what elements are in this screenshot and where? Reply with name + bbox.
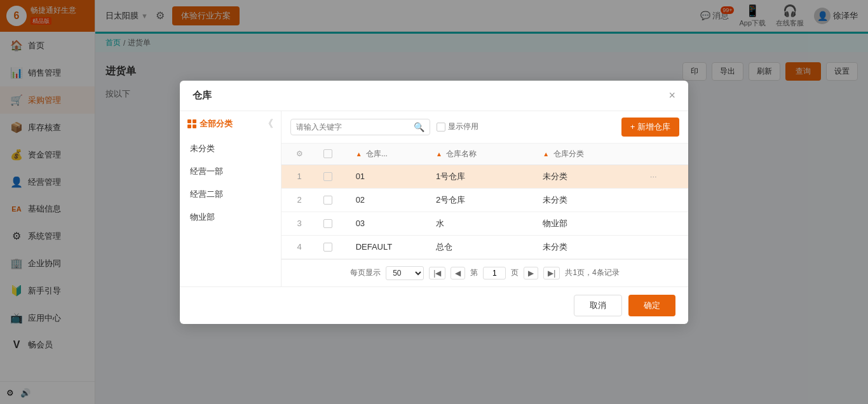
warehouse-dialog: 仓库 × 全部分类 《 未分类 [180, 81, 688, 324]
sort-icon-name: ▲ [436, 151, 442, 158]
row-category: 物业部 [536, 212, 643, 235]
row-code: 03 [349, 212, 430, 235]
row-code: 01 [349, 165, 430, 188]
first-page-btn[interactable]: |◀ [429, 267, 445, 279]
row-select-checkbox[interactable] [323, 196, 332, 205]
row-num: 1 [281, 165, 317, 188]
add-warehouse-btn[interactable]: + 新增仓库 [621, 118, 679, 137]
col-header-settings: ⚙ [281, 144, 317, 165]
page-size-select[interactable]: 50 [386, 266, 424, 280]
row-select-checkbox[interactable] [323, 172, 332, 181]
category-item-property[interactable]: 物业部 [180, 206, 281, 229]
category-panel: 全部分类 《 未分类 经营一部 经营二部 物业部 [180, 111, 281, 286]
grid-icon [187, 119, 196, 128]
dialog-footer: 取消 确定 [180, 286, 688, 324]
table-row[interactable]: 3 03 水 物业部 [281, 212, 688, 235]
col-header-code: ▲ 仓库... [349, 144, 430, 165]
dialog-title: 仓库 [193, 90, 212, 102]
row-name: 水 [430, 212, 536, 235]
row-num: 4 [281, 235, 317, 259]
row-num: 3 [281, 212, 317, 235]
col-header-checkbox [317, 144, 349, 165]
row-code: DEFAULT [349, 235, 430, 259]
category-item-dept1[interactable]: 经营一部 [180, 160, 281, 183]
row-checkbox [317, 165, 349, 188]
cancel-btn[interactable]: 取消 [574, 295, 622, 316]
dialog-close-icon[interactable]: × [668, 90, 675, 101]
row-actions [644, 235, 688, 259]
category-panel-header: 全部分类 《 [180, 111, 281, 137]
category-list: 未分类 经营一部 经营二部 物业部 [180, 137, 281, 286]
category-item-unclassified[interactable]: 未分类 [180, 137, 281, 160]
select-all-checkbox[interactable] [323, 149, 332, 158]
warehouse-table-container: ⚙ ▲ 仓库... ▲ 仓库名称 [281, 144, 688, 259]
table-row[interactable]: 4 DEFAULT 总仓 未分类 [281, 235, 688, 259]
row-checkbox [317, 188, 349, 212]
sort-icon-code: ▲ [356, 151, 362, 158]
row-category: 未分类 [536, 235, 643, 259]
category-item-dept2[interactable]: 经营二部 [180, 183, 281, 206]
table-row[interactable]: 2 02 2号仓库 未分类 [281, 188, 688, 212]
table-row[interactable]: 1 01 1号仓库 未分类 ··· [281, 165, 688, 188]
collapse-panel-icon[interactable]: 《 [263, 118, 273, 131]
row-num: 2 [281, 188, 317, 212]
row-select-checkbox[interactable] [323, 243, 332, 252]
row-name: 1号仓库 [430, 165, 536, 188]
warehouse-table: ⚙ ▲ 仓库... ▲ 仓库名称 [281, 144, 688, 259]
prev-page-btn[interactable]: ◀ [451, 267, 465, 279]
page-input[interactable] [483, 267, 506, 279]
show-disabled-checkbox[interactable] [437, 123, 445, 131]
show-disabled-toggle: 显示停用 [437, 121, 478, 132]
dialog-body: 全部分类 《 未分类 经营一部 经营二部 物业部 [180, 111, 688, 286]
row-actions [644, 188, 688, 212]
col-header-category: ▲ 仓库分类 [536, 144, 643, 165]
warehouse-list-panel: 🔍 显示停用 + 新增仓库 ⚙ [281, 111, 688, 286]
warehouse-toolbar: 🔍 显示停用 + 新增仓库 [281, 111, 688, 144]
search-input[interactable] [296, 123, 411, 131]
col-header-actions [644, 144, 688, 165]
pagination-bar: 每页显示 50 |◀ ◀ 第 页 ▶ ▶| 共1页，4条记录 [281, 259, 688, 286]
confirm-btn[interactable]: 确定 [628, 295, 675, 316]
row-actions [644, 212, 688, 235]
row-code: 02 [349, 188, 430, 212]
row-name: 2号仓库 [430, 188, 536, 212]
col-header-name: ▲ 仓库名称 [430, 144, 536, 165]
search-box: 🔍 [290, 119, 430, 135]
sort-icon-category: ▲ [543, 151, 549, 158]
row-name: 总仓 [430, 235, 536, 259]
row-category: 未分类 [536, 165, 643, 188]
row-category: 未分类 [536, 188, 643, 212]
row-select-checkbox[interactable] [323, 219, 332, 228]
row-checkbox [317, 235, 349, 259]
dialog-header: 仓库 × [180, 81, 688, 111]
modal-overlay: 仓库 × 全部分类 《 未分类 [0, 0, 868, 404]
row-actions[interactable]: ··· [644, 165, 688, 188]
search-icon: 🔍 [414, 122, 424, 132]
last-page-btn[interactable]: ▶| [543, 267, 560, 279]
next-page-btn[interactable]: ▶ [524, 267, 538, 279]
all-category-btn[interactable]: 全部分类 [187, 118, 233, 130]
row-checkbox [317, 212, 349, 235]
